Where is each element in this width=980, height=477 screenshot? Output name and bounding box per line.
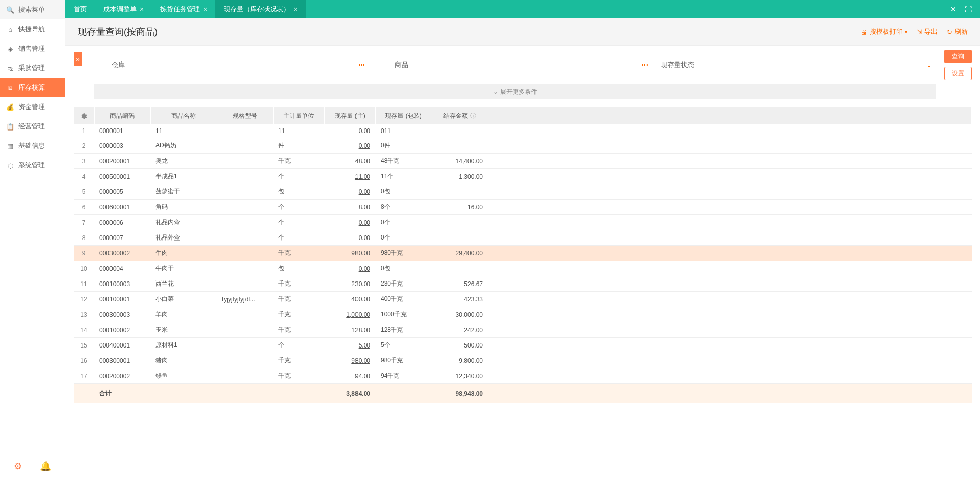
header-name[interactable]: 商品名称: [150, 107, 217, 124]
table-row[interactable]: 15 000400001 原材料1 个 5.00 5个 500.00: [74, 338, 972, 353]
table-row[interactable]: 3 000200001 奥龙 千克 48.00 48千克 14,400.00: [74, 154, 972, 169]
print-button[interactable]: 🖨 按模板打印 ▾: [861, 27, 907, 36]
cell-qty-main[interactable]: 230.00: [324, 276, 375, 292]
sidebar-item-3[interactable]: 🛍采购管理: [0, 58, 65, 78]
cell-index: 7: [74, 215, 94, 230]
refresh-button[interactable]: ↻ 刷新: [947, 27, 968, 36]
header-spec[interactable]: 规格型号: [217, 107, 273, 124]
cell-amount: [432, 230, 488, 246]
table-row[interactable]: 16 000300001 猪肉 千克 980.00 980千克 9,800.00: [74, 353, 972, 368]
table-row[interactable]: 17 000200002 鳗鱼 千克 94.00 94千克 12,340.00: [74, 368, 972, 384]
cell-code: 0000003: [94, 138, 150, 154]
header-spacer: [488, 107, 972, 124]
table-row[interactable]: 5 0000005 菠萝蜜干 包 0.00 0包: [74, 184, 972, 200]
fullscreen-icon[interactable]: ⛶: [965, 5, 972, 13]
table-row[interactable]: 9 000300002 牛肉 千克 980.00 980千克 29,400.00: [74, 246, 972, 261]
cell-code: 0000006: [94, 215, 150, 230]
collapse-filters-button[interactable]: »: [74, 52, 82, 66]
table-row[interactable]: 2 0000003 AD钙奶 件 0.00 0件: [74, 138, 972, 154]
cell-qty-pack: 0件: [375, 138, 432, 154]
sidebar-item-label: 采购管理: [18, 63, 45, 73]
cell-unit: 个: [273, 200, 324, 215]
cell-qty-main[interactable]: 48.00: [324, 154, 375, 169]
sidebar-item-8[interactable]: ◌系统管理: [0, 156, 65, 175]
cell-qty-main[interactable]: 0.00: [324, 215, 375, 230]
table-row[interactable]: 1 0000001 11 11 0.00 011: [74, 124, 972, 138]
cell-qty-main[interactable]: 980.00: [324, 353, 375, 368]
sidebar-item-5[interactable]: 💰资金管理: [0, 97, 65, 117]
product-input[interactable]: ⋯: [412, 58, 651, 72]
cell-qty-main[interactable]: 0.00: [324, 124, 375, 138]
gear-icon: ◌: [6, 161, 14, 169]
lookup-icon[interactable]: ⋯: [358, 61, 365, 69]
cell-qty-main[interactable]: 1,000.00: [324, 307, 375, 322]
expand-more-filters[interactable]: ⌄ 展开更多条件: [94, 84, 936, 99]
sidebar-item-7[interactable]: ▦基础信息: [0, 136, 65, 156]
page-header: 现存量查询(按商品) 🖨 按模板打印 ▾ ⇲ 导出 ↻ 刷新: [65, 18, 980, 46]
cell-qty-main[interactable]: 0.00: [324, 230, 375, 246]
table-row[interactable]: 8 0000007 礼品外盒 个 0.00 0个: [74, 230, 972, 246]
cell-name: AD钙奶: [150, 138, 217, 154]
close-icon[interactable]: ×: [203, 5, 207, 13]
table-row[interactable]: 11 000100003 西兰花 千克 230.00 230千克 526.67: [74, 276, 972, 292]
cell-qty-main[interactable]: 94.00: [324, 368, 375, 384]
tab-label: 现存量（库存状况表）: [224, 5, 290, 14]
cell-qty-main[interactable]: 980.00: [324, 246, 375, 261]
sidebar-item-0[interactable]: 🔍搜索菜单: [0, 0, 65, 19]
cell-qty-main[interactable]: 8.00: [324, 200, 375, 215]
sidebar-item-1[interactable]: ⌂快捷导航: [0, 19, 65, 39]
table-row[interactable]: 10 0000004 牛肉干 包 0.00 0包: [74, 261, 972, 276]
cell-qty-main[interactable]: 128.00: [324, 322, 375, 338]
print-icon: 🖨: [861, 28, 867, 36]
notification-icon[interactable]: 🔔: [40, 461, 51, 472]
sidebar-item-label: 基础信息: [18, 141, 45, 150]
help-icon[interactable]: ⓘ: [470, 112, 476, 119]
table-row[interactable]: 6 000600001 角码 个 8.00 8个 16.00: [74, 200, 972, 215]
close-icon[interactable]: ×: [140, 5, 144, 13]
sidebar-item-6[interactable]: 📋经营管理: [0, 117, 65, 136]
status-select[interactable]: ⌄: [698, 58, 934, 72]
export-button[interactable]: ⇲ 导出: [917, 27, 938, 36]
cell-qty-pack: 48千克: [375, 154, 432, 169]
cell-unit: 个: [273, 338, 324, 353]
cell-spec: [217, 215, 273, 230]
table-row[interactable]: 4 000500001 半成品1 个 11.00 11个 1,300.00: [74, 169, 972, 184]
tab-3[interactable]: 现存量（库存状况表）×: [215, 0, 305, 18]
settings-button[interactable]: 设置: [944, 67, 972, 80]
header-amount[interactable]: 结存金额 ⓘ: [432, 107, 488, 124]
cell-qty-main[interactable]: 0.00: [324, 261, 375, 276]
table-settings-header[interactable]: [74, 107, 94, 124]
header-qty-main[interactable]: 现存量 (主): [324, 107, 375, 124]
table-row[interactable]: 7 0000006 礼品内盒 个 0.00 0个: [74, 215, 972, 230]
cell-qty-main[interactable]: 5.00: [324, 338, 375, 353]
cell-amount: [432, 184, 488, 200]
query-button[interactable]: 查询: [944, 50, 972, 63]
table-row[interactable]: 13 000300003 羊肉 千克 1,000.00 1000千克 30,00…: [74, 307, 972, 322]
header-unit[interactable]: 主计量单位: [273, 107, 324, 124]
dropdown-icon: ▾: [905, 29, 907, 35]
tab-1[interactable]: 成本调整单×: [95, 0, 152, 18]
cell-qty-main[interactable]: 400.00: [324, 292, 375, 307]
close-icon[interactable]: ×: [293, 5, 297, 13]
sidebar-item-2[interactable]: ◈销售管理: [0, 39, 65, 58]
gear-icon[interactable]: ⚙: [14, 461, 22, 472]
table-row[interactable]: 14 000100002 玉米 千克 128.00 128千克 242.00: [74, 322, 972, 338]
close-all-tabs-icon[interactable]: ✕: [950, 5, 956, 13]
warehouse-input[interactable]: ⋯: [129, 58, 367, 72]
cell-qty-main[interactable]: 11.00: [324, 169, 375, 184]
cell-qty-main[interactable]: 0.00: [324, 184, 375, 200]
tab-0[interactable]: 首页: [65, 0, 95, 18]
sidebar-item-4[interactable]: ⧈库存核算: [0, 78, 65, 97]
header-code[interactable]: 商品编码: [94, 107, 150, 124]
cell-index: 15: [74, 338, 94, 353]
cell-amount: 16.00: [432, 200, 488, 215]
lookup-icon[interactable]: ⋯: [641, 61, 649, 69]
footer-qty-total: 3,884.00: [324, 384, 375, 403]
search-icon: 🔍: [6, 6, 14, 14]
header-qty-pack[interactable]: 现存量 (包装): [375, 107, 432, 124]
cell-unit: 个: [273, 230, 324, 246]
cell-qty-main[interactable]: 0.00: [324, 138, 375, 154]
cell-spec: [217, 200, 273, 215]
table-row[interactable]: 12 000100001 小白菜 tyjyjtyjtyjdf... 千克 400…: [74, 292, 972, 307]
tab-2[interactable]: 拣货任务管理×: [152, 0, 215, 18]
